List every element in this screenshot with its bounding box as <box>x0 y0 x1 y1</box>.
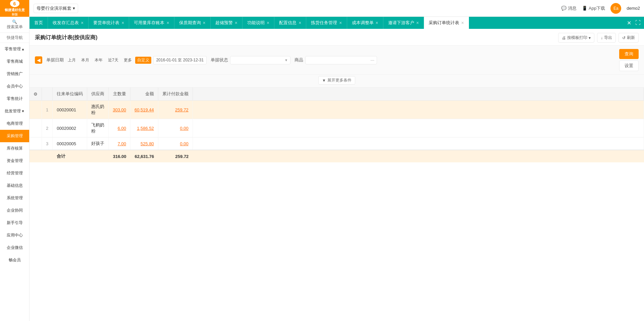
workspace-selector[interactable]: 母婴行业演示账套 ▾ <box>34 4 78 13</box>
tab-purchaseorder[interactable]: 采购订单统计表 × <box>424 17 469 29</box>
cell-paid[interactable]: 0.00 <box>158 138 193 150</box>
date-shortcut-lastmonth[interactable]: 上月 <box>66 57 78 64</box>
cell-amount[interactable]: 60,519.44 <box>130 101 158 119</box>
sidebar-item-appcenter[interactable]: 应用中心 <box>0 229 29 242</box>
close-icon[interactable]: × <box>235 20 237 25</box>
close-icon[interactable]: × <box>416 20 419 25</box>
sidebar: 6 畅捷通好生意 标版 🔍 搜索菜单 快捷导航 零售管理 ▲ 零售商城 营销推广… <box>0 0 30 321</box>
tab-label: 超储预警 <box>215 20 233 26</box>
close-icon[interactable]: × <box>339 20 342 25</box>
tab-expiry[interactable]: 保质期查询 × <box>174 17 211 29</box>
query-button[interactable]: 查询 <box>619 49 639 59</box>
sidebar-item-retail-mgmt[interactable]: 零售管理 ▲ <box>0 43 29 55</box>
cell-code: 00020005 <box>53 138 87 150</box>
user-name[interactable]: demo2 <box>627 6 640 11</box>
sidebar-item-purchase[interactable]: 采购管理 <box>0 130 29 142</box>
print-button[interactable]: 🖨 按模板打印 ▾ <box>558 33 594 43</box>
filter-settings-button[interactable]: 设置 <box>619 60 639 71</box>
sidebar-item-finance[interactable]: 资金管理 <box>0 155 29 167</box>
tab-funcdesc[interactable]: 功能说明 × <box>243 17 274 29</box>
date-range-display[interactable]: 2016-01-01 至 2023-12-31 <box>153 56 207 64</box>
cell-settings <box>30 138 42 150</box>
export-icon: ↓ <box>601 36 603 40</box>
tab-reqorder[interactable]: 要货单统计表 × <box>89 17 129 29</box>
close-icon[interactable]: × <box>81 20 84 25</box>
close-icon[interactable]: × <box>121 20 124 25</box>
sidebar-item-wechat[interactable]: 企业微信 <box>0 242 29 254</box>
date-shortcut-7days[interactable]: 近7天 <box>106 57 120 64</box>
sidebar-item-search[interactable]: 🔍 搜索菜单 <box>0 17 29 33</box>
export-button[interactable]: ↓ 导出 <box>597 33 616 43</box>
tab-picktask[interactable]: 拣货任务管理 × <box>306 17 347 29</box>
tab-home[interactable]: 首页 <box>30 17 48 29</box>
sidebar-item-retail-shop[interactable]: 零售商城 <box>0 55 29 68</box>
tab-label: 要货单统计表 <box>93 20 119 26</box>
expand-more-section: ▼ 展开更多条件 <box>30 75 644 88</box>
user-avatar[interactable]: Ea <box>610 3 621 14</box>
sidebar-item-marketing[interactable]: 营销推广 <box>0 68 29 80</box>
close-icon[interactable]: × <box>376 20 378 25</box>
cell-qty[interactable]: 303.00 <box>109 101 130 119</box>
cell-amount[interactable]: 1,586.52 <box>130 119 158 138</box>
cell-paid[interactable]: 0.00 <box>158 119 193 138</box>
sidebar-item-operations[interactable]: 经营管理 <box>0 167 29 179</box>
tab-label: 功能说明 <box>247 20 265 26</box>
sidebar-item-inventory[interactable]: 库存核算 <box>0 142 29 155</box>
col-settings[interactable]: ⚙ <box>30 88 42 101</box>
expand-more-button[interactable]: ▼ 展开更多条件 <box>318 76 355 85</box>
close-icon[interactable]: × <box>299 20 301 25</box>
col-supplier: 供应商 <box>87 88 109 101</box>
sidebar-item-retail-stats[interactable]: 零售统计 <box>0 93 29 105</box>
logo-icon: 6 <box>10 0 19 7</box>
sidebar-item-vip[interactable]: 畅会员 <box>0 254 29 266</box>
sidebar-item-system[interactable]: 系统管理 <box>0 192 29 204</box>
user-avatar-text: Ea <box>613 6 619 11</box>
col-qty: 主数量 <box>109 88 130 101</box>
sidebar-item-quicknav[interactable]: 快捷导航 <box>0 33 29 43</box>
tab-close-all-icon[interactable]: ✕ <box>626 19 632 27</box>
app-logo[interactable]: 6 畅捷通好生意 标版 <box>0 0 29 17</box>
tab-config[interactable]: 配置信息 × <box>274 17 306 29</box>
close-icon[interactable]: × <box>267 20 269 25</box>
cell-settings <box>30 101 42 119</box>
table-row[interactable]: 1 00020001 惠氏奶粉 303.00 60,519.44 259.72 <box>30 101 644 119</box>
phone-icon: 📱 <box>582 6 587 11</box>
cell-qty[interactable]: 6.00 <box>109 119 130 138</box>
tab-availstock[interactable]: 可用量库存账本 × <box>129 17 174 29</box>
footer-extra-cell <box>193 150 644 162</box>
tab-overstock[interactable]: 超储预警 × <box>211 17 243 29</box>
table-row[interactable]: 2 00020002 飞鹤奶粉 6.00 1,586.52 0.00 <box>30 119 644 138</box>
date-shortcut-thisyear[interactable]: 本年 <box>93 57 105 64</box>
app-download-action[interactable]: 📱 App下载 <box>582 5 605 11</box>
message-action[interactable]: 💬 消息 <box>561 5 577 11</box>
sidebar-item-ecommerce[interactable]: 电商管理 <box>0 117 29 130</box>
date-from: 2016-01-01 <box>156 58 177 62</box>
sidebar-item-collab[interactable]: 企业协同 <box>0 204 29 217</box>
goods-input[interactable] <box>305 56 377 64</box>
sidebar-item-wholesale[interactable]: 批发管理 ▼ <box>0 105 29 117</box>
refresh-button[interactable]: ↺ 刷新 <box>619 33 639 43</box>
close-icon[interactable]: × <box>461 20 464 25</box>
date-shortcut-more[interactable]: 更多 <box>122 57 134 64</box>
cell-amount[interactable]: 525.80 <box>130 138 158 150</box>
sidebar-item-newguide[interactable]: 新手引导 <box>0 217 29 229</box>
tab-fullscreen-icon[interactable]: ⛶ <box>635 19 641 26</box>
footer-label-cell: 合计 <box>53 150 87 162</box>
date-shortcuts: 上月 本月 本年 近7天 更多 自定义 <box>66 57 151 64</box>
cell-qty[interactable]: 7.00 <box>109 138 130 150</box>
sidebar-item-member[interactable]: 会员中心 <box>0 80 29 93</box>
date-shortcut-thismonth[interactable]: 本月 <box>79 57 91 64</box>
tab-invitedownstream[interactable]: 邀请下游客户 × <box>383 17 424 29</box>
table-row[interactable]: 3 00020005 好孩子 7.00 525.80 0.00 <box>30 138 644 150</box>
tab-stocksummary[interactable]: 收发存汇总表 × <box>48 17 89 29</box>
close-icon[interactable]: × <box>203 20 206 25</box>
tab-costadjust[interactable]: 成本调整单 × <box>347 17 383 29</box>
close-icon[interactable]: × <box>166 20 169 25</box>
cell-paid[interactable]: 259.72 <box>158 101 193 119</box>
date-shortcut-custom[interactable]: 自定义 <box>135 57 151 64</box>
filter-toggle-button[interactable]: ◀ <box>35 56 42 64</box>
footer-index-cell <box>42 150 53 162</box>
status-select[interactable] <box>230 56 290 64</box>
sidebar-item-basic-info[interactable]: 基础信息 <box>0 179 29 192</box>
cell-supplier: 好孩子 <box>87 138 109 150</box>
